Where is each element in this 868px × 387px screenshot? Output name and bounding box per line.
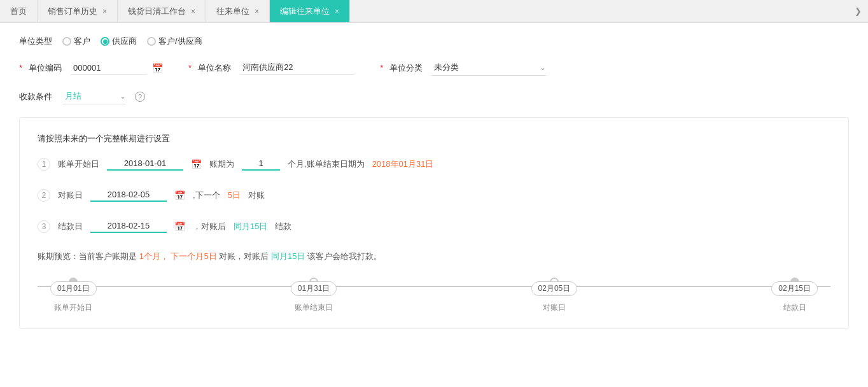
step-end-date: 2018年01月31日 bbox=[372, 158, 434, 170]
unit-code-label: 单位编码 bbox=[29, 62, 62, 74]
step-row-1: 1 账单开始日 📅 账期为 个月,账单结束日期为 2018年01月31日 bbox=[38, 157, 830, 171]
step-after-label-1: 账期为 bbox=[209, 158, 234, 170]
payment-value: 月结 bbox=[62, 88, 117, 104]
unit-name-input[interactable] bbox=[240, 61, 354, 75]
step-cal-icon-1[interactable]: 📅 bbox=[191, 159, 202, 169]
timeline: 01月01日 账单开始日 01月31日 账单结束日 02月05日 对账日 bbox=[38, 278, 830, 313]
preview-suffix: 该客户会给我打款。 bbox=[307, 251, 382, 261]
step-after-text-3: 结款 bbox=[275, 221, 291, 232]
unit-code-star: * bbox=[19, 63, 22, 73]
timeline-point-1: 01月31日 账单结束日 bbox=[291, 278, 337, 313]
step-num-1: 1 bbox=[38, 158, 50, 171]
unit-category-star: * bbox=[380, 63, 383, 73]
timeline-label-3: 02月15日 bbox=[771, 281, 818, 296]
unit-info-row: * 单位编码 📅 * 单位名称 * 单位分类 未分类 ⌄ bbox=[19, 60, 849, 76]
unit-code-input[interactable] bbox=[71, 61, 147, 75]
timeline-point-2: 02月05日 对账日 bbox=[531, 278, 578, 313]
unit-name-star: * bbox=[188, 63, 192, 73]
step-num-3: 3 bbox=[38, 220, 50, 233]
tab-edit-partner[interactable]: 编辑往来单位 × bbox=[270, 0, 350, 22]
step-highlight-3: 同月15日 bbox=[234, 221, 267, 232]
preview-mid: 对账，对账后 bbox=[219, 251, 269, 261]
timeline-point-0: 01月01日 账单开始日 bbox=[50, 278, 97, 313]
step-num-2: 2 bbox=[38, 189, 50, 202]
radio-both[interactable]: 客户/供应商 bbox=[147, 36, 202, 47]
payment-label: 收款条件 bbox=[19, 91, 52, 102]
step-date-3[interactable] bbox=[90, 220, 167, 233]
radio-supplier-label: 供应商 bbox=[112, 36, 137, 47]
radio-supplier[interactable]: 供应商 bbox=[101, 36, 137, 47]
tab-cash-work-label: 钱货日清工作台 bbox=[128, 6, 186, 17]
step-row-3: 3 结款日 📅 ，对账后 同月15日 结款 bbox=[38, 220, 830, 233]
step-date-2[interactable] bbox=[90, 188, 167, 202]
step-label-1: 账单开始日 bbox=[58, 158, 99, 170]
unit-name-group: * 单位名称 bbox=[188, 61, 354, 75]
unit-type-label: 单位类型 bbox=[19, 36, 52, 47]
unit-code-group: * 单位编码 📅 bbox=[19, 61, 163, 75]
preview-part2: 下一个月5日 bbox=[171, 251, 216, 261]
step-row-2: 2 对账日 📅 ,下一个 5日 对账 bbox=[38, 188, 830, 202]
unit-type-radio-group: 客户 供应商 客户/供应商 bbox=[62, 36, 202, 47]
step-label-2: 对账日 bbox=[58, 190, 83, 201]
tab-sales-history[interactable]: 销售订单历史 × bbox=[38, 0, 118, 22]
tab-edit-partner-close[interactable]: × bbox=[335, 7, 339, 16]
timeline-caption-1: 账单结束日 bbox=[295, 302, 333, 313]
payment-help-icon[interactable]: ? bbox=[135, 92, 145, 102]
step-cal-icon-3[interactable]: 📅 bbox=[174, 222, 185, 232]
step-label-3: 结款日 bbox=[58, 221, 83, 232]
step-period-unit: 个月,账单结束日期为 bbox=[288, 158, 365, 170]
unit-category-group: * 单位分类 未分类 ⌄ bbox=[380, 60, 546, 76]
tab-partner-label: 往来单位 bbox=[216, 6, 249, 17]
step-date-1[interactable] bbox=[107, 157, 183, 171]
step-after-text-2: 对账 bbox=[248, 190, 265, 201]
radio-customer-label: 客户 bbox=[74, 36, 90, 47]
tab-partner-close[interactable]: × bbox=[255, 7, 259, 16]
timeline-label-2: 02月05日 bbox=[531, 281, 578, 296]
main-content: 单位类型 客户 供应商 客户/供应商 * 单位编码 📅 * 单位名称 bbox=[0, 23, 868, 387]
timeline-label-0: 01月01日 bbox=[50, 281, 97, 296]
tab-bar: 首页 销售订单历史 × 钱货日清工作台 × 往来单位 × 编辑往来单位 × ❯ bbox=[0, 0, 868, 23]
timeline-caption-2: 对账日 bbox=[543, 302, 566, 313]
tab-cash-work[interactable]: 钱货日清工作台 × bbox=[118, 0, 206, 22]
preview-text: 账期预览：当前客户账期是 1个月， 下一个月5日 对账，对账后 同月15日 该客… bbox=[38, 251, 830, 262]
tab-sales-history-close[interactable]: × bbox=[102, 7, 107, 16]
unit-code-icon[interactable]: 📅 bbox=[152, 63, 163, 73]
tab-cash-work-close[interactable]: × bbox=[191, 7, 195, 16]
tab-home-label: 首页 bbox=[10, 6, 27, 17]
timeline-caption-0: 账单开始日 bbox=[54, 302, 92, 313]
unit-category-value: 未分类 bbox=[431, 60, 537, 75]
timeline-points: 01月01日 账单开始日 01月31日 账单结束日 02月05日 对账日 bbox=[50, 278, 818, 313]
unit-category-arrow-icon: ⌄ bbox=[540, 63, 546, 72]
step-highlight-2: 5日 bbox=[228, 190, 241, 201]
box-title: 请按照未来的一个完整帐期进行设置 bbox=[38, 133, 830, 144]
step-cal-icon-2[interactable]: 📅 bbox=[174, 190, 185, 201]
preview-part3: 同月15日 bbox=[271, 251, 305, 261]
tab-partner[interactable]: 往来单位 × bbox=[206, 0, 270, 22]
unit-category-dropdown[interactable]: 未分类 ⌄ bbox=[431, 60, 546, 76]
radio-customer[interactable]: 客户 bbox=[62, 36, 90, 47]
payment-dropdown[interactable]: 月结 ⌄ bbox=[62, 88, 126, 104]
payment-row: 收款条件 月结 ⌄ ? bbox=[19, 88, 849, 104]
step-after-label-3: ，对账后 bbox=[193, 221, 226, 232]
timeline-label-1: 01月31日 bbox=[291, 281, 337, 296]
unit-category-label: 单位分类 bbox=[389, 62, 423, 74]
preview-part1: 1个月， bbox=[139, 251, 169, 261]
payment-arrow-icon: ⌄ bbox=[120, 92, 126, 101]
timeline-caption-3: 结款日 bbox=[783, 302, 806, 313]
tab-expand-button[interactable]: ❯ bbox=[848, 0, 868, 22]
tab-home[interactable]: 首页 bbox=[0, 0, 38, 22]
radio-both-label: 客户/供应商 bbox=[158, 36, 202, 47]
radio-supplier-circle bbox=[101, 37, 109, 46]
period-value-input[interactable] bbox=[242, 157, 280, 171]
tab-sales-history-label: 销售订单历史 bbox=[48, 6, 97, 17]
unit-name-label: 单位名称 bbox=[198, 62, 231, 74]
period-settings-box: 请按照未来的一个完整帐期进行设置 1 账单开始日 📅 账期为 个月,账单结束日期… bbox=[19, 117, 849, 329]
step-after-label-2: ,下一个 bbox=[193, 190, 220, 201]
unit-type-row: 单位类型 客户 供应商 客户/供应商 bbox=[19, 36, 849, 47]
radio-both-circle bbox=[147, 37, 156, 46]
timeline-point-3: 02月15日 结款日 bbox=[771, 278, 818, 313]
preview-prefix: 账期预览：当前客户账期是 bbox=[38, 251, 137, 261]
tab-edit-partner-label: 编辑往来单位 bbox=[280, 6, 330, 17]
radio-customer-circle bbox=[62, 37, 71, 46]
